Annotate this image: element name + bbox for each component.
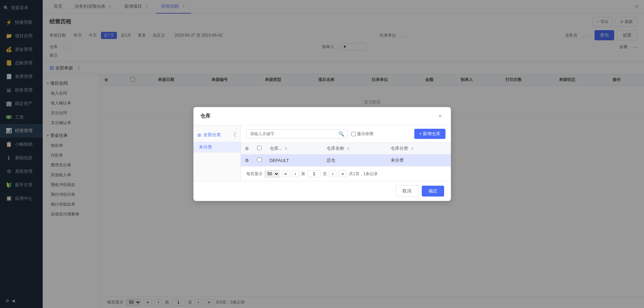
modal-page-suffix: 页 [323,171,327,177]
modal-th-code: 仓库... ⇅ [266,143,323,155]
row-gear[interactable]: ⚙ [241,155,253,166]
modal-table-wrap: ⚙ 仓库... ⇅ 仓库名称 ⇅ [241,143,451,166]
modal-page-size-label: 每页显示 [246,171,263,177]
modal-footer: 取消 确定 [193,181,451,201]
modal-search-icon: 🔍 [338,131,344,137]
confirm-button[interactable]: 确定 [422,186,444,197]
modal-first-btn[interactable]: « [282,170,290,177]
row-code: DEFAULT [266,155,323,166]
modal-left-panel: ⊞ 全部分类 《 未分类 [193,125,241,181]
modal-left-header: ⊞ 全部分类 《 [193,129,241,142]
show-disabled-checkbox[interactable] [351,132,356,136]
modal-close-button[interactable]: × [436,112,444,120]
modal-page-label: 第 [301,171,305,177]
warehouse-modal: 仓库 × ⊞ 全部分类 《 未分类 🔍 [193,107,451,201]
modal-overlay: 仓库 × ⊞ 全部分类 《 未分类 🔍 [0,0,644,308]
sort-icon-code[interactable]: ⇅ [285,147,287,150]
modal-th-gear[interactable]: ⚙ [241,143,253,155]
sort-icon-name[interactable]: ⇅ [347,147,350,150]
show-disabled-label[interactable]: 显示停用 [351,131,373,137]
modal-header: 仓库 × [193,107,451,125]
modal-toolbar: 🔍 显示停用 + 新增仓库 [241,125,451,143]
modal-left-item-uncategorized[interactable]: 未分类 [193,142,241,152]
modal-total-text: 共1页，1条记录 [349,171,378,177]
add-warehouse-button[interactable]: + 新增仓库 [414,129,445,139]
modal-table: ⚙ 仓库... ⇅ 仓库名称 ⇅ [241,143,451,166]
modal-prev-btn[interactable]: ‹ [292,170,299,177]
table-row[interactable]: ⚙ DEFAULT 总仓 未分类 [241,155,451,166]
grid-icon-modal: ⊞ [198,132,201,138]
sort-icon-category[interactable]: ⇅ [411,147,414,150]
row-select-checkbox[interactable] [257,158,262,162]
all-category-label: 全部分类 [203,132,221,138]
show-disabled-text: 显示停用 [357,131,373,137]
modal-title: 仓库 [200,113,436,119]
row-checkbox[interactable] [253,155,266,166]
modal-body: ⊞ 全部分类 《 未分类 🔍 显示停用 [193,125,451,181]
modal-th-name: 仓库名称 ⇅ [323,143,387,155]
modal-col-name: 仓库名称 [327,146,344,151]
modal-select-all[interactable] [257,146,262,150]
cancel-button[interactable]: 取消 [395,185,418,197]
modal-search-box: 🔍 [246,129,348,138]
modal-col-code: 仓库... [270,146,282,151]
modal-search-input[interactable] [250,131,336,136]
modal-col-category: 仓库分类 [391,146,408,151]
modal-last-btn[interactable]: » [338,170,347,177]
modal-next-btn[interactable]: › [329,170,336,177]
modal-pagination: 每页显示 50 « ‹ 第 页 › » 共1页，1条记录 [241,166,451,181]
modal-th-checkbox[interactable] [253,143,266,155]
row-category: 未分类 [387,155,451,166]
modal-left-collapse-btn[interactable]: 《 [230,131,236,139]
modal-page-size-select[interactable]: 50 [265,170,279,178]
modal-th-category: 仓库分类 ⇅ [387,143,451,155]
modal-right-panel: 🔍 显示停用 + 新增仓库 ⚙ [241,125,451,181]
modal-page-input[interactable] [307,170,321,177]
row-name: 总仓 [323,155,387,166]
